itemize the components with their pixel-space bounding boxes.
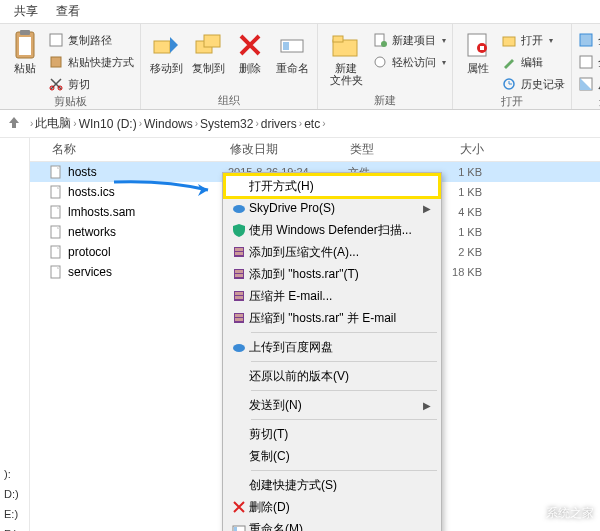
chevron-right-icon: › [322,118,325,129]
file-icon [48,264,64,280]
svg-rect-7 [154,41,170,53]
menu-item[interactable]: 压缩到 "hosts.rar" 并 E-mail [225,307,439,329]
newitem-button[interactable]: 新建项目 ▾ [372,30,446,50]
menu-item[interactable]: 压缩并 E-mail... [225,285,439,307]
menu-separator [251,390,437,391]
rename-icon [229,521,249,531]
menu-item[interactable]: 上传到百度网盘 [225,336,439,358]
delete-button[interactable]: 删除 [231,28,269,74]
col-date[interactable]: 修改日期 [230,141,350,158]
menu-icon [229,448,249,464]
file-icon [48,164,64,180]
file-icon [48,244,64,260]
breadcrumb[interactable]: ›此电脑›WIn10 (D:)›Windows›System32›drivers… [30,115,326,132]
menu-separator [251,361,437,362]
copyto-button[interactable]: 复制到 [189,28,227,74]
breadcrumb-segment[interactable]: drivers [261,117,297,131]
chevron-right-icon: › [139,118,142,129]
breadcrumb-segment[interactable]: WIn10 (D:) [79,117,137,131]
col-name[interactable]: 名称 [30,141,230,158]
watermark-logo-icon [512,501,540,525]
svg-rect-11 [283,42,289,50]
menu-item[interactable]: 剪切(T) [225,423,439,445]
svg-rect-9 [204,35,220,47]
chevron-right-icon: › [255,118,258,129]
open-icon [501,32,517,48]
paste-shortcut-button[interactable]: 粘贴快捷方式 [48,52,134,72]
svg-rect-3 [50,34,62,46]
menu-item-label: 打开方式(H) [249,178,439,195]
file-name: lmhosts.sam [68,205,228,219]
menu-item-label: 删除(D) [249,499,439,516]
selectnone-button[interactable]: 全部取消 [578,52,600,72]
menu-icon [229,426,249,442]
col-type[interactable]: 类型 [350,141,430,158]
edit-icon [501,54,517,70]
baidu-icon [229,339,249,355]
menu-item[interactable]: 打开方式(H) [225,175,439,197]
menu-item-label: 使用 Windows Defender扫描... [249,222,439,239]
submenu-arrow-icon: ▶ [423,203,431,214]
menu-item[interactable]: 重命名(M) [225,518,439,531]
rename-button[interactable]: 重命名 [273,28,311,74]
easyaccess-button[interactable]: 轻松访问 ▾ [372,52,446,72]
copy-path-button[interactable]: 复制路径 [48,30,134,50]
submenu-arrow-icon: ▶ [423,400,431,411]
breadcrumb-segment[interactable]: 此电脑 [35,115,71,132]
menu-item[interactable]: 使用 Windows Defender扫描... [225,219,439,241]
scissors-icon [48,76,64,92]
paste-button[interactable]: 粘贴 [6,28,44,94]
edit-button[interactable]: 编辑 [501,52,565,72]
rar-icon [229,288,249,304]
menu-item-label: 添加到压缩文件(A)... [249,244,439,261]
drive-label[interactable]: E:) [4,508,18,520]
menu-item-label: 还原以前的版本(V) [249,368,439,385]
dropdown-arrow-icon: ▾ [442,36,446,45]
svg-rect-40 [235,296,243,299]
menu-item-label: 发送到(N) [249,397,439,414]
column-headers[interactable]: 名称 修改日期 类型 大小 [30,138,600,162]
cut-button[interactable]: 剪切 [48,74,134,94]
menu-item[interactable]: 添加到压缩文件(A)... [225,241,439,263]
menu-item[interactable]: 创建快捷方式(S) [225,474,439,496]
breadcrumb-segment[interactable]: System32 [200,117,253,131]
menu-item-label: 创建快捷方式(S) [249,477,439,494]
menu-item[interactable]: SkyDrive Pro(S)▶ [225,197,439,219]
clipboard-icon [10,30,40,60]
paste-shortcut-icon [48,54,64,70]
invert-button[interactable]: 反向选择 [578,74,600,94]
menu-item[interactable]: 复制(C) [225,445,439,467]
properties-icon [463,30,493,60]
dropdown-arrow-icon: ▾ [442,58,446,67]
tab-share[interactable]: 共享 [14,3,38,20]
group-open: 属性 打开 ▾ 编辑 历史记录 打开 [453,24,572,109]
tab-view[interactable]: 查看 [56,3,80,20]
col-size[interactable]: 大小 [430,141,500,158]
breadcrumb-segment[interactable]: etc [304,117,320,131]
svg-rect-2 [19,37,31,55]
drive-label[interactable]: ): [4,468,11,480]
menu-item[interactable]: 删除(D) [225,496,439,518]
svg-point-44 [233,344,245,352]
properties-button[interactable]: 属性 [459,28,497,94]
history-button[interactable]: 历史记录 [501,74,565,94]
rar-icon [229,244,249,260]
context-menu: 打开方式(H)SkyDrive Pro(S)▶使用 Windows Defend… [222,172,442,531]
menu-item-label: SkyDrive Pro(S) [249,201,439,215]
svg-point-31 [233,205,245,213]
menu-item[interactable]: 发送到(N)▶ [225,394,439,416]
menu-separator [251,332,437,333]
moveto-button[interactable]: 移动到 [147,28,185,74]
newfolder-button[interactable]: 新建 文件夹 [324,28,368,86]
menu-item[interactable]: 还原以前的版本(V) [225,365,439,387]
selectall-button[interactable]: 全部选择 [578,30,600,50]
breadcrumb-segment[interactable]: Windows [144,117,193,131]
drive-label[interactable]: D:) [4,488,19,500]
open-button[interactable]: 打开 ▾ [501,30,565,50]
up-arrow-icon[interactable] [6,114,26,134]
group-select: 全部选择 全部取消 反向选择 选择 [572,24,600,109]
svg-point-16 [375,57,385,67]
svg-rect-39 [235,292,243,295]
menu-item[interactable]: 添加到 "hosts.rar"(T) [225,263,439,285]
menu-item-label: 复制(C) [249,448,439,465]
